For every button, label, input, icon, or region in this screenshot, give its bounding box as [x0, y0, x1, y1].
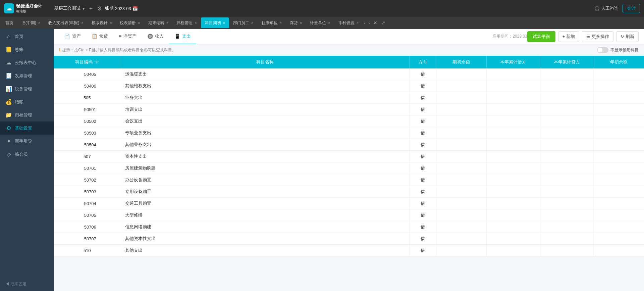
header-settings-icon[interactable]: ⚙: [97, 5, 102, 12]
tab-currency[interactable]: 币种设置 ×: [334, 17, 363, 28]
sub-tab-income[interactable]: 🔘 收入: [142, 29, 169, 44]
tab-unit[interactable]: 往来单位 ×: [258, 17, 286, 28]
tab-close-income[interactable]: ×: [81, 21, 83, 25]
income-icon: 🔘: [147, 34, 153, 39]
add-btn[interactable]: + 新增: [558, 31, 579, 42]
cell-period-balance: [436, 245, 486, 256]
gear-icon[interactable]: ⚙: [95, 60, 99, 64]
cell-period-balance: [436, 92, 486, 104]
support-btn[interactable]: 🎧 人工咨询: [594, 5, 619, 11]
tab-expand-btn[interactable]: ⤢: [379, 20, 387, 26]
cell-ytd-credit: [540, 127, 594, 139]
more-btn[interactable]: ☰ 更多操作: [582, 31, 613, 42]
cell-direction: 借: [409, 162, 436, 174]
tab-close-currency[interactable]: ×: [357, 21, 359, 25]
sub-tab-liability[interactable]: 📋 负债: [86, 29, 113, 44]
sidebar-item-ledger[interactable]: 📒 总账: [0, 43, 54, 56]
table-row[interactable]: 50707其他资本性支出借: [54, 233, 644, 245]
tab-mid[interactable]: 旧(中期) ×: [17, 17, 44, 28]
hint-message: 提示：按Ctrl + F键并输入科目编码或者科目名称可以查找科目。: [62, 47, 176, 53]
cell-code: 50704: [54, 198, 121, 209]
sub-tab-bar: 📄 资产 📋 负债 ≡ 净资产 🔘 收入 📱 支出 启用期间：2023.03: [54, 29, 644, 44]
tab-subject-init[interactable]: 科目期初 ×: [201, 17, 229, 28]
tab-close-subject-init[interactable]: ×: [223, 21, 225, 25]
sidebar-item-archive[interactable]: 📁 归档管理: [0, 108, 54, 122]
sidebar-item-member[interactable]: ◇ 畅会员: [0, 148, 54, 161]
tab-home[interactable]: 首页: [1, 17, 17, 28]
tab-archive[interactable]: 归档管理 ×: [172, 17, 201, 28]
cell-year-balance: [594, 174, 644, 186]
table-row[interactable]: 50504其他业务支出借: [54, 139, 644, 151]
header-project[interactable]: 基层工会测试 ▾: [54, 5, 85, 11]
cell-ytd-credit: [540, 139, 594, 151]
support-label: 人工咨询: [601, 5, 619, 11]
asset-icon: 📄: [64, 34, 70, 39]
sidebar-item-home[interactable]: ⌂ 首页: [0, 30, 54, 43]
liability-icon: 📋: [92, 34, 97, 39]
cell-code: 50706: [54, 221, 121, 233]
tab-close-archive[interactable]: ×: [195, 21, 197, 25]
account-btn[interactable]: 会计: [623, 4, 640, 13]
hint-toggle[interactable]: 不显示禁用科目: [597, 47, 639, 53]
tab-inventory[interactable]: 存货 ×: [286, 17, 306, 28]
table-row[interactable]: 50706信息网络购建借: [54, 221, 644, 233]
tab-close-dept[interactable]: ×: [251, 21, 253, 25]
table-row[interactable]: 50704交通工具购置借: [54, 198, 644, 209]
header-add-btn[interactable]: ＋: [88, 5, 94, 12]
table-row[interactable]: 50705大型修缮借: [54, 209, 644, 221]
sub-tab-net-asset[interactable]: ≡ 净资产: [113, 29, 142, 44]
tab-close-template[interactable]: ×: [110, 21, 112, 25]
sidebar-item-basic[interactable]: ⚙ 基础设置: [0, 122, 54, 135]
cell-direction: 借: [409, 209, 436, 221]
table-row[interactable]: 50503专项业务支出借: [54, 127, 644, 139]
table-row[interactable]: 505业务支出借: [54, 92, 644, 104]
tab-close-period-end[interactable]: ×: [166, 21, 168, 25]
table-row[interactable]: 50703专用设备购置借: [54, 186, 644, 198]
calendar-icon[interactable]: 📅: [132, 6, 138, 11]
cell-year-balance: [594, 139, 644, 151]
sub-tab-label-expense: 支出: [182, 33, 191, 39]
cell-year-balance: [594, 115, 644, 127]
table-row[interactable]: 50702办公设备购置借: [54, 174, 644, 186]
cell-ytd-debit: [486, 139, 540, 151]
tab-template[interactable]: 模版设计 ×: [88, 17, 116, 28]
sub-tab-asset[interactable]: 📄 资产: [59, 29, 86, 44]
sub-tab-expense[interactable]: 📱 支出: [169, 29, 196, 44]
cell-ytd-debit: [486, 233, 540, 245]
tab-nav-next[interactable]: ›: [367, 20, 371, 26]
table-row[interactable]: 50406其他维权支出借: [54, 80, 644, 92]
table-container[interactable]: 科目编码 ⚙ 科目名称 方向 期初余额 本年累计借方 本年累计贷方 年初余额 5…: [54, 56, 644, 291]
sidebar-item-tax[interactable]: 📊 税务管理: [0, 82, 54, 95]
tab-close-tax[interactable]: ×: [138, 21, 140, 25]
tab-close-all-btn[interactable]: ✕: [371, 20, 379, 26]
sidebar-collapse-btn[interactable]: ◀ 取消固定: [0, 277, 54, 291]
sidebar-item-report[interactable]: ☁ 云报表中心: [0, 56, 54, 69]
toggle-switch[interactable]: [597, 47, 608, 53]
table-row[interactable]: 50501培训支出借: [54, 104, 644, 115]
tab-tax[interactable]: 税表清册 ×: [116, 17, 144, 28]
tab-period-end[interactable]: 期末结转 ×: [144, 17, 172, 28]
table-row[interactable]: 510其他支出借: [54, 245, 644, 256]
cell-year-balance: [594, 162, 644, 174]
table-row[interactable]: 50405运温暖支出借: [54, 68, 644, 80]
tab-close-mid[interactable]: ×: [38, 21, 40, 25]
cell-direction: 借: [409, 174, 436, 186]
sidebar-item-guide[interactable]: ✦ 新手引导: [0, 135, 54, 148]
tab-close-measure[interactable]: ×: [328, 21, 330, 25]
tab-dept[interactable]: 部门员工 ×: [229, 17, 257, 28]
sidebar-item-settle[interactable]: 💰 结账: [0, 95, 54, 108]
balance-btn[interactable]: 试算平衡: [527, 31, 555, 42]
refresh-btn[interactable]: ↻ 刷新: [616, 31, 639, 42]
cell-ytd-debit: [486, 80, 540, 92]
cell-ytd-credit: [540, 80, 594, 92]
tab-close-unit[interactable]: ×: [280, 21, 282, 25]
sidebar-item-invoice[interactable]: 🧾 发票管理: [0, 69, 54, 82]
table-row[interactable]: 50502会议支出借: [54, 115, 644, 127]
tab-nav-prev[interactable]: ‹: [363, 20, 367, 26]
table-row[interactable]: 507资本性支出借: [54, 151, 644, 162]
tab-measure[interactable]: 计量单位 ×: [306, 17, 334, 28]
logo-text: 畅捷通好会计 标准版: [16, 3, 42, 14]
table-row[interactable]: 50701房屋建筑物购建借: [54, 162, 644, 174]
tab-income[interactable]: 收入支出表(年报) ×: [44, 17, 87, 28]
tab-close-inventory[interactable]: ×: [300, 21, 302, 25]
